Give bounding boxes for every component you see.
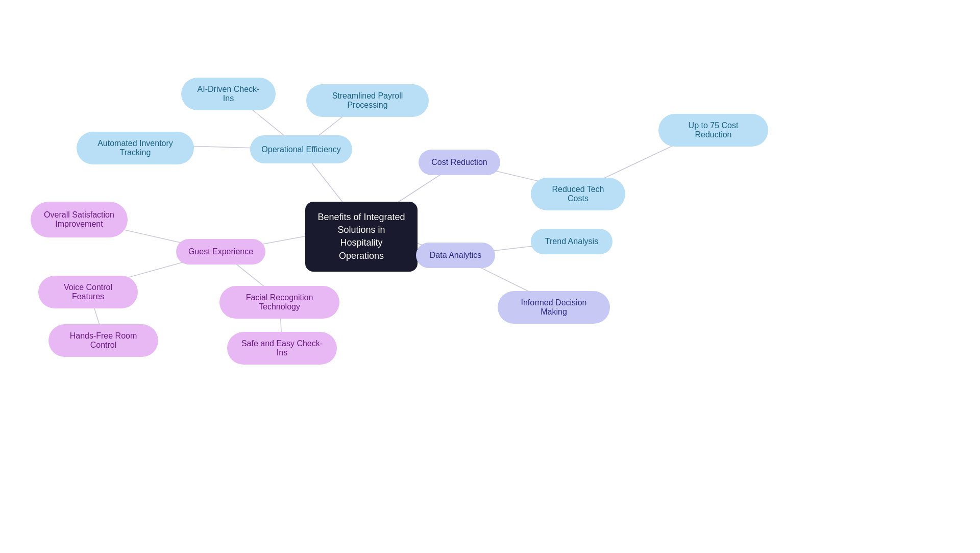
data-analytics-node: Data Analytics	[416, 243, 495, 268]
voice-control-node: Voice Control Features	[38, 276, 138, 308]
informed-decision-node: Informed Decision Making	[498, 291, 610, 324]
operational-efficiency-node: Operational Efficiency	[250, 135, 352, 163]
facial-recognition-node: Facial Recognition Technology	[219, 286, 339, 319]
overall-satisfaction-node: Overall Satisfaction Improvement	[31, 202, 128, 237]
trend-analysis-node: Trend Analysis	[531, 229, 612, 254]
automated-inventory-node: Automated Inventory Tracking	[77, 132, 194, 164]
safe-checkins-node: Safe and Easy Check-Ins	[227, 332, 337, 365]
streamlined-payroll-node: Streamlined Payroll Processing	[306, 84, 429, 117]
ai-driven-checkins-node: AI-Driven Check-Ins	[181, 78, 276, 110]
up-to-75-node: Up to 75 Cost Reduction	[658, 114, 768, 147]
center-node: Benefits of Integrated Solutions in Hosp…	[305, 202, 418, 272]
hands-free-node: Hands-Free Room Control	[48, 324, 158, 357]
mind-map-svg	[0, 0, 980, 553]
reduced-tech-costs-node: Reduced Tech Costs	[531, 178, 625, 210]
cost-reduction-node: Cost Reduction	[419, 150, 500, 175]
guest-experience-node: Guest Experience	[176, 239, 265, 265]
